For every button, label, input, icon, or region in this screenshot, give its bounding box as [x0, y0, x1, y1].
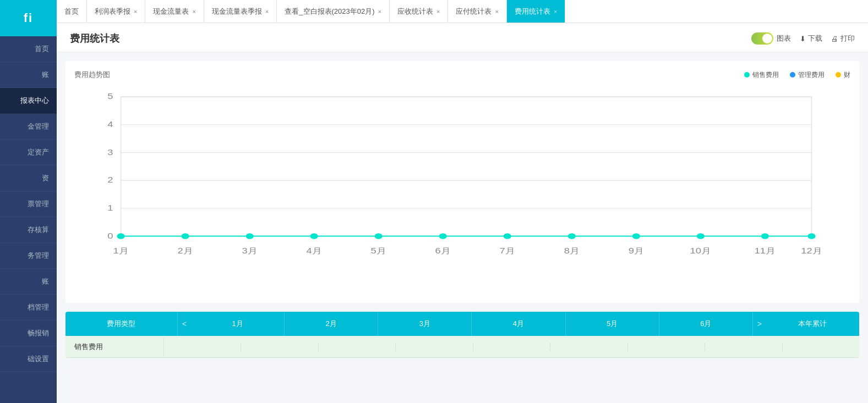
close-tab-profit[interactable]: ×: [134, 8, 137, 15]
td-spacer2: [705, 343, 782, 351]
tab-bar: 首页 利润表季报 × 现金流量表 × 现金流量表季报 × 查看_空白报表(202…: [57, 0, 868, 23]
th-total: 本年累计: [766, 312, 859, 336]
prev-month-button[interactable]: <: [178, 319, 191, 328]
th-type: 费用类型: [65, 312, 178, 336]
svg-text:4月: 4月: [307, 246, 322, 255]
th-month6: 6月: [659, 312, 753, 336]
close-tab-receivable[interactable]: ×: [436, 8, 440, 15]
svg-text:2: 2: [107, 176, 113, 184]
svg-text:12月: 12月: [801, 246, 822, 255]
sidebar-item-ledger[interactable]: 账: [0, 269, 57, 295]
page-header: 费用统计表 图表 ⬇ 下载 🖨 打印: [57, 23, 868, 52]
svg-text:0: 0: [107, 231, 113, 240]
sidebar-item-archive[interactable]: 档管理: [0, 295, 57, 321]
legend-label-finance: 财: [844, 70, 850, 80]
td-m2: [319, 343, 396, 351]
sidebar-item-settings[interactable]: 础设置: [0, 346, 57, 372]
sidebar-item-capital[interactable]: 资: [0, 165, 57, 191]
svg-rect-12: [121, 97, 812, 236]
svg-point-18: [439, 233, 447, 239]
th-month1: 1月: [191, 312, 285, 336]
sidebar-item-services[interactable]: 务管理: [0, 243, 57, 269]
svg-text:9月: 9月: [629, 246, 644, 255]
sidebar-item-invoices[interactable]: 票管理: [0, 191, 57, 217]
chart-toggle-label: 图表: [777, 34, 791, 43]
chart-section: 费用趋势图 销售费用 管理费用 财: [65, 61, 859, 303]
legend-label-sales: 销售费用: [752, 70, 779, 80]
legend-sales: 销售费用: [744, 70, 779, 80]
svg-text:6月: 6月: [435, 246, 451, 255]
svg-text:3月: 3月: [242, 246, 257, 255]
sidebar-item-assets[interactable]: 定资产: [0, 140, 57, 165]
tab-cashflow[interactable]: 现金流量表 ×: [145, 0, 204, 23]
legend-label-admin: 管理费用: [798, 70, 825, 80]
tab-payable[interactable]: 应付统计表 ×: [448, 0, 506, 23]
td-m1: [241, 343, 318, 351]
svg-point-13: [117, 233, 125, 239]
svg-text:4: 4: [107, 120, 113, 128]
td-total: [783, 343, 859, 351]
svg-text:5月: 5月: [371, 246, 386, 255]
th-month5: 5月: [566, 312, 659, 336]
sidebar-item-reports[interactable]: 报表中心: [0, 88, 57, 114]
chart-header: 费用趋势图 销售费用 管理费用 财: [74, 70, 850, 80]
td-m3: [396, 343, 473, 351]
svg-text:10月: 10月: [690, 246, 712, 255]
close-tab-cashflow-quarterly[interactable]: ×: [265, 8, 269, 15]
page-title: 费用统计表: [70, 32, 119, 45]
chart-container: 5 4 3 2 1 0: [74, 85, 850, 294]
svg-point-21: [632, 233, 640, 239]
svg-point-22: [697, 233, 705, 239]
table-row: 销售费用: [65, 336, 859, 358]
svg-point-17: [375, 233, 383, 239]
th-month3: 3月: [378, 312, 472, 336]
sidebar-item-cash[interactable]: 金管理: [0, 114, 57, 140]
tab-receivable[interactable]: 应收统计表 ×: [390, 0, 448, 23]
td-type: 销售费用: [65, 338, 164, 356]
sidebar-logo: fi: [0, 0, 57, 36]
td-m6: [628, 343, 705, 351]
svg-text:11月: 11月: [755, 246, 776, 255]
chart-svg: 5 4 3 2 1 0: [74, 85, 850, 294]
download-label: 下载: [808, 34, 822, 43]
chart-title: 费用趋势图: [74, 70, 110, 80]
svg-text:2月: 2月: [177, 246, 193, 255]
close-tab-expense-stats[interactable]: ×: [554, 8, 557, 15]
svg-text:8月: 8月: [564, 246, 580, 255]
sidebar-item-account[interactable]: 账: [0, 62, 57, 88]
close-tab-payable[interactable]: ×: [495, 8, 498, 15]
tab-profit[interactable]: 利润表季报 ×: [87, 0, 145, 23]
chart-toggle[interactable]: [751, 32, 773, 45]
svg-point-23: [761, 233, 769, 239]
th-month4: 4月: [472, 312, 565, 336]
svg-point-24: [807, 233, 815, 239]
svg-point-19: [504, 233, 511, 239]
next-month-button[interactable]: >: [753, 319, 766, 328]
sidebar-item-expense[interactable]: 畅报销: [0, 321, 57, 346]
sidebar-item-inventory[interactable]: 存核算: [0, 217, 57, 243]
legend-admin: 管理费用: [790, 70, 825, 80]
download-icon: ⬇: [800, 35, 806, 43]
header-actions: 图表 ⬇ 下载 🖨 打印: [751, 32, 855, 45]
legend-dot-finance: [836, 72, 841, 78]
svg-text:1: 1: [107, 203, 113, 212]
tab-expense-stats[interactable]: 费用统计表 ×: [507, 0, 565, 23]
svg-point-16: [310, 233, 318, 239]
main-area: 首页 利润表季报 × 现金流量表 × 现金流量表季报 × 查看_空白报表(202…: [57, 0, 868, 403]
th-month2: 2月: [285, 312, 378, 336]
tab-blank-report[interactable]: 查看_空白报表(2023年02月) ×: [277, 0, 390, 23]
content-area: 费用统计表 图表 ⬇ 下载 🖨 打印 费用趋势图: [57, 23, 868, 403]
svg-point-20: [568, 233, 576, 239]
close-tab-blank-report[interactable]: ×: [378, 8, 381, 15]
print-button[interactable]: 🖨 打印: [831, 34, 855, 43]
svg-text:7月: 7月: [500, 246, 515, 255]
tab-cashflow-quarterly[interactable]: 现金流量表季报 ×: [204, 0, 277, 23]
svg-text:5: 5: [107, 92, 113, 101]
close-tab-cashflow[interactable]: ×: [192, 8, 195, 15]
download-button[interactable]: ⬇ 下载: [800, 34, 822, 43]
sidebar-item-home[interactable]: 首页: [0, 36, 57, 62]
tab-home[interactable]: 首页: [57, 0, 87, 23]
legend-dot-sales: [744, 72, 750, 78]
svg-point-15: [246, 233, 254, 239]
td-m4: [473, 343, 550, 351]
